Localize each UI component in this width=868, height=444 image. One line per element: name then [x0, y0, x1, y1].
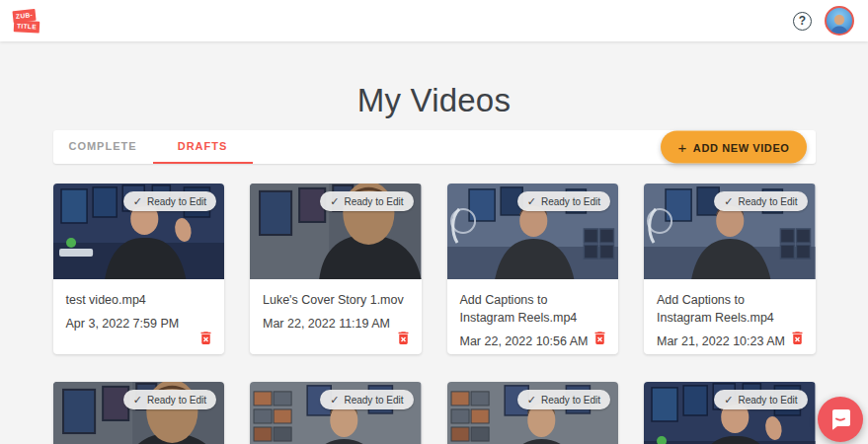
checkmark-icon: ✓: [724, 195, 733, 208]
add-new-video-label: ADD NEW VIDEO: [693, 141, 790, 153]
video-card-body: Add Captions to Instagram Reels.mp4 Mar …: [447, 279, 619, 354]
status-badge-label: Ready to Edit: [344, 395, 403, 406]
checkmark-icon: ✓: [724, 394, 733, 407]
status-badge: ✓ Ready to Edit: [714, 390, 807, 409]
logo-text-bottom: TITLE: [14, 20, 40, 33]
checkmark-icon: ✓: [133, 195, 142, 208]
tab-bar: COMPLETE DRAFTS + ADD NEW VIDEO: [53, 130, 816, 164]
video-card[interactable]: ✓ Ready to Edit: [447, 382, 619, 444]
zubtitle-logo[interactable]: ZUB- TITLE: [13, 10, 39, 33]
status-badge-label: Ready to Edit: [147, 395, 206, 406]
checkmark-icon: ✓: [330, 195, 339, 208]
avatar-person-icon: [827, 11, 852, 36]
trash-icon: [395, 330, 412, 346]
plus-icon: +: [677, 138, 686, 155]
video-card[interactable]: ✓ Ready to Edit test video.mp4 Apr 3, 20…: [53, 184, 225, 354]
page-title: My Videos: [0, 82, 868, 119]
video-card[interactable]: ✓ Ready to Edit Add Captions to Instagra…: [644, 184, 816, 354]
video-date: Mar 22, 2022 10:56 AM: [460, 334, 606, 348]
tab-complete[interactable]: COMPLETE: [53, 130, 153, 164]
delete-video-button[interactable]: [592, 330, 608, 346]
video-filename: Add Captions to Instagram Reels.mp4: [460, 291, 606, 327]
chat-bubble-icon: [829, 407, 852, 431]
status-badge-label: Ready to Edit: [541, 395, 600, 406]
video-thumbnail[interactable]: ✓ Ready to Edit: [250, 184, 422, 279]
video-card[interactable]: ✓ Ready to Edit: [53, 382, 225, 444]
status-badge-label: Ready to Edit: [344, 196, 403, 207]
checkmark-icon: ✓: [527, 394, 536, 407]
checkmark-icon: ✓: [133, 394, 142, 407]
checkmark-icon: ✓: [527, 195, 536, 208]
video-card-body: Add Captions to Instagram Reels.mp4 Mar …: [644, 279, 816, 354]
status-badge-label: Ready to Edit: [738, 196, 797, 207]
status-badge-label: Ready to Edit: [738, 395, 797, 406]
video-card-body: test video.mp4 Apr 3, 2022 7:59 PM: [53, 279, 225, 354]
video-card[interactable]: ✓ Ready to Edit: [250, 382, 422, 444]
delete-video-button[interactable]: [789, 330, 806, 346]
delete-video-button[interactable]: [197, 330, 214, 346]
trash-icon: [197, 330, 214, 346]
status-badge-label: Ready to Edit: [147, 196, 206, 207]
status-badge: ✓ Ready to Edit: [320, 191, 413, 211]
video-filename: Add Captions to Instagram Reels.mp4: [657, 291, 803, 327]
status-badge-label: Ready to Edit: [541, 196, 600, 207]
status-badge: ✓ Ready to Edit: [320, 390, 413, 409]
trash-icon: [789, 330, 806, 346]
status-badge: ✓ Ready to Edit: [123, 191, 216, 211]
video-thumbnail[interactable]: ✓ Ready to Edit: [250, 382, 422, 444]
video-thumbnail[interactable]: ✓ Ready to Edit: [447, 382, 619, 444]
trash-icon: [592, 330, 608, 346]
video-thumbnail[interactable]: ✓ Ready to Edit: [644, 382, 816, 444]
status-badge: ✓ Ready to Edit: [517, 390, 610, 409]
chat-launcher-button[interactable]: [818, 397, 863, 442]
user-avatar[interactable]: [825, 6, 854, 36]
status-badge: ✓ Ready to Edit: [714, 191, 807, 211]
status-badge: ✓ Ready to Edit: [123, 390, 216, 409]
video-filename: test video.mp4: [66, 291, 212, 309]
video-card-body: Luke's Cover Story 1.mov Mar 22, 2022 11…: [250, 279, 422, 354]
video-card[interactable]: ✓ Ready to Edit Luke's Cover Story 1.mov…: [250, 184, 422, 354]
video-date: Mar 21, 2022 10:23 AM: [657, 334, 803, 348]
video-thumbnail[interactable]: ✓ Ready to Edit: [447, 184, 619, 279]
checkmark-icon: ✓: [330, 394, 339, 407]
video-date: Apr 3, 2022 7:59 PM: [66, 317, 212, 331]
video-grid: ✓ Ready to Edit test video.mp4 Apr 3, 20…: [53, 184, 816, 444]
add-new-video-button[interactable]: + ADD NEW VIDEO: [661, 131, 806, 164]
tab-drafts[interactable]: DRAFTS: [153, 130, 253, 164]
video-filename: Luke's Cover Story 1.mov: [263, 291, 409, 309]
video-thumbnail[interactable]: ✓ Ready to Edit: [644, 184, 816, 279]
help-icon[interactable]: ?: [793, 12, 812, 31]
status-badge: ✓ Ready to Edit: [517, 191, 610, 211]
video-thumbnail[interactable]: ✓ Ready to Edit: [53, 184, 225, 279]
video-thumbnail[interactable]: ✓ Ready to Edit: [53, 382, 225, 444]
video-date: Mar 22, 2022 11:19 AM: [263, 317, 409, 331]
top-bar: ZUB- TITLE ?: [0, 0, 868, 41]
video-card[interactable]: ✓ Ready to Edit Add Captions to Instagra…: [447, 184, 619, 354]
delete-video-button[interactable]: [395, 330, 412, 346]
video-card[interactable]: ✓ Ready to Edit: [644, 382, 816, 444]
